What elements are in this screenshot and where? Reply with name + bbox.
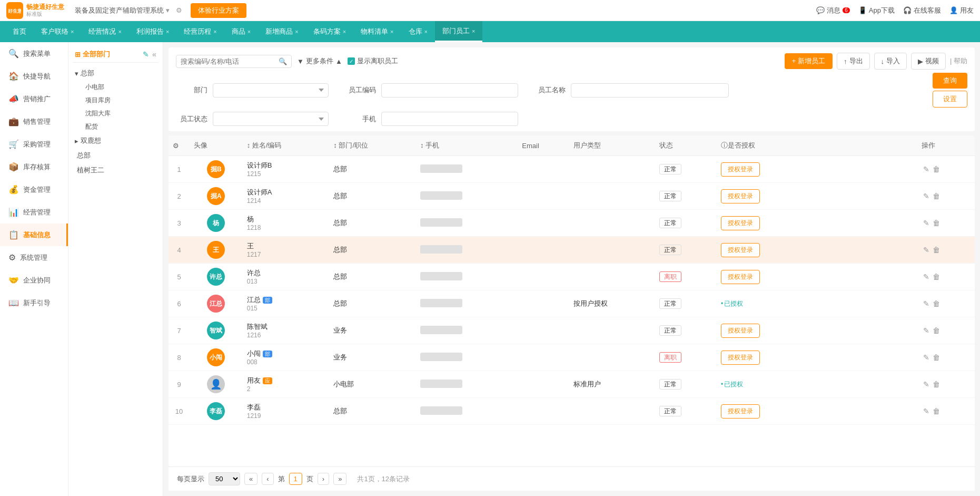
dept-item-xiangmu[interactable]: 项目库房 xyxy=(81,94,159,107)
tab-process[interactable]: 经营历程× xyxy=(176,21,224,42)
tab-home[interactable]: 首页 xyxy=(5,21,34,42)
col-settings[interactable]: ⚙ xyxy=(169,135,190,156)
tab-close-icon[interactable]: × xyxy=(213,28,216,35)
settings-icon[interactable]: ⚙ xyxy=(176,6,182,14)
dept-filter-select[interactable] xyxy=(213,83,329,98)
tab-close-icon[interactable]: × xyxy=(295,28,298,35)
dept-item-peihuo[interactable]: 配货 xyxy=(81,120,159,133)
sidebar-item-quick-nav[interactable]: 🏠 快捷导航 xyxy=(0,65,68,87)
query-btn[interactable]: 查询 xyxy=(933,73,967,89)
edit-icon[interactable]: ✎ xyxy=(923,407,929,415)
app-download-btn[interactable]: 📱 App下载 xyxy=(858,6,895,15)
auth-btn[interactable]: 授权登录 xyxy=(721,270,760,284)
delete-icon[interactable]: 🗑 xyxy=(933,246,940,254)
delete-icon[interactable]: 🗑 xyxy=(933,326,940,335)
first-page-btn[interactable]: « xyxy=(244,473,258,485)
auth-btn[interactable]: 授权登录 xyxy=(721,243,760,257)
search-icon[interactable]: 🔍 xyxy=(279,57,287,65)
tab-goods[interactable]: 商品× xyxy=(224,21,258,42)
sidebar-item-finance[interactable]: 💰 资金管理 xyxy=(0,178,68,201)
message-btn[interactable]: 💬 消息 6 xyxy=(816,6,850,15)
dept-item-zongbu2[interactable]: 总部 xyxy=(73,148,159,163)
more-filter-btn[interactable]: ▼ 更多条件 ▲ xyxy=(297,56,342,66)
emp-code-input[interactable] xyxy=(381,83,518,98)
dept-item-shenyang[interactable]: 沈阳大库 xyxy=(81,107,159,120)
edit-icon[interactable]: ✎ xyxy=(923,273,929,281)
col-phone[interactable]: ↕ 手机 xyxy=(416,135,518,156)
tab-profit[interactable]: 利润报告× xyxy=(129,21,176,42)
sidebar-item-guide[interactable]: 📖 新手引导 xyxy=(0,291,68,314)
tab-close-icon[interactable]: × xyxy=(71,28,74,35)
next-page-btn[interactable]: › xyxy=(318,473,329,485)
emp-status-select[interactable] xyxy=(213,112,329,126)
tab-operation[interactable]: 经营情况× xyxy=(81,21,128,42)
delete-icon[interactable]: 🗑 xyxy=(933,353,940,362)
show-resign-toggle[interactable]: ✓ 显示离职员工 xyxy=(348,56,398,66)
user-menu-btn[interactable]: 👤 用友 xyxy=(949,6,974,15)
delete-icon[interactable]: 🗑 xyxy=(933,219,940,227)
sidebar-item-search[interactable]: 🔍 搜索菜单 xyxy=(0,42,68,65)
delete-icon[interactable]: 🗑 xyxy=(933,299,940,308)
sidebar-item-marketing[interactable]: 📣 营销推广 xyxy=(0,87,68,110)
tab-customer[interactable]: 客户联络× xyxy=(34,21,81,42)
sidebar-item-system[interactable]: ⚙ 系统管理 xyxy=(0,246,68,269)
delete-icon[interactable]: 🗑 xyxy=(933,165,940,173)
tab-barcode[interactable]: 条码方案× xyxy=(306,21,353,42)
search-input[interactable] xyxy=(181,57,275,65)
tab-close-icon[interactable]: × xyxy=(118,28,121,35)
sidebar-item-operation[interactable]: 📊 经营管理 xyxy=(0,201,68,223)
auth-btn[interactable]: 授权登录 xyxy=(721,189,760,203)
export-btn[interactable]: ↑ 导出 xyxy=(837,53,870,70)
dept-group-zongbu[interactable]: ▾ 总部 xyxy=(73,66,159,81)
dept-item-xiaodian[interactable]: 小电部 xyxy=(81,81,159,94)
tab-add-goods[interactable]: 新增商品× xyxy=(258,21,305,42)
auth-btn[interactable]: 授权登录 xyxy=(721,162,760,177)
edit-icon[interactable]: ✎ xyxy=(923,299,929,308)
edit-icon[interactable]: ✎ xyxy=(923,246,929,254)
sidebar-item-basic[interactable]: 📋 基础信息 xyxy=(0,223,68,246)
col-name-code[interactable]: ↕ 姓名/编码 xyxy=(243,135,330,156)
delete-icon[interactable]: 🗑 xyxy=(933,192,940,200)
per-page-select[interactable]: 50 20 100 xyxy=(209,472,240,485)
view-btn[interactable]: ▶ 视频 xyxy=(911,53,946,70)
import-btn[interactable]: ↓ 导入 xyxy=(874,53,907,70)
edit-icon[interactable]: ✎ xyxy=(923,165,929,173)
add-employee-btn[interactable]: + 新增员工 xyxy=(785,53,833,69)
tab-close-icon[interactable]: × xyxy=(424,28,428,35)
emp-name-input[interactable] xyxy=(571,83,729,98)
set-btn[interactable]: 设置 xyxy=(933,91,967,108)
auth-btn[interactable]: 授权登录 xyxy=(721,324,760,338)
col-dept-position[interactable]: ↕ 部门/职位 xyxy=(329,135,416,156)
last-page-btn[interactable]: » xyxy=(333,473,347,485)
try-btn[interactable]: 体验行业方案 xyxy=(191,3,246,18)
sidebar-item-collab[interactable]: 🤝 企业协同 xyxy=(0,269,68,291)
edit-icon[interactable]: ✎ xyxy=(923,353,929,362)
tab-close-icon[interactable]: × xyxy=(390,28,393,35)
tab-close-icon[interactable]: × xyxy=(343,28,346,35)
help-btn[interactable]: | 帮助 xyxy=(950,56,967,66)
sidebar-item-stock[interactable]: 📦 库存核算 xyxy=(0,155,68,178)
dropdown-icon[interactable]: ▾ xyxy=(166,6,170,14)
auth-btn[interactable]: 授权登录 xyxy=(721,404,760,419)
edit-icon[interactable]: ✎ xyxy=(923,219,929,227)
tab-close-icon[interactable]: × xyxy=(166,28,169,35)
tab-department[interactable]: 部门员工× xyxy=(435,21,482,42)
dept-item-zhishu[interactable]: 植树王二 xyxy=(73,163,159,178)
phone-input[interactable] xyxy=(381,112,518,126)
sidebar-item-purchase[interactable]: 🛒 采购管理 xyxy=(0,133,68,155)
edit-dept-icon[interactable]: ✎ xyxy=(143,50,149,59)
prev-page-btn[interactable]: ‹ xyxy=(262,473,273,485)
sidebar-item-sales[interactable]: 💼 销售管理 xyxy=(0,110,68,133)
tab-close-icon[interactable]: × xyxy=(248,28,251,35)
edit-icon[interactable]: ✎ xyxy=(923,380,929,388)
edit-icon[interactable]: ✎ xyxy=(923,192,929,200)
edit-icon[interactable]: ✎ xyxy=(923,326,929,335)
auth-btn[interactable]: 授权登录 xyxy=(721,351,760,365)
delete-icon[interactable]: 🗑 xyxy=(933,407,940,415)
delete-icon[interactable]: 🗑 xyxy=(933,380,940,388)
collapse-tree-icon[interactable]: « xyxy=(152,50,156,59)
all-dept-btn[interactable]: ⊞ 全部部门 xyxy=(75,50,110,59)
tab-warehouse[interactable]: 仓库× xyxy=(401,21,435,42)
dept-group-shuanglu[interactable]: ▸ 双鹿想 xyxy=(73,133,159,148)
delete-icon[interactable]: 🗑 xyxy=(933,273,940,281)
